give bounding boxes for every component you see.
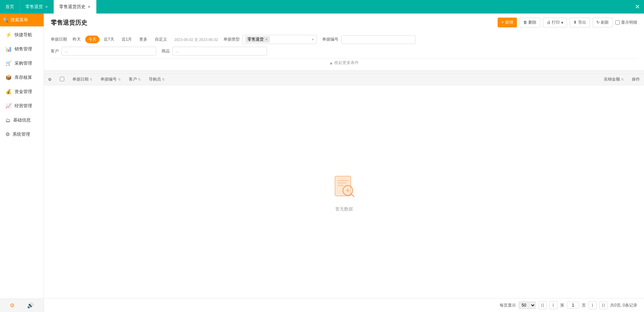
- collapse-bar[interactable]: ▲ 收起更多条件: [51, 58, 637, 67]
- th-guide-sort-icon[interactable]: ⇅: [162, 77, 165, 81]
- th-customer-sort-icon[interactable]: ⇅: [138, 77, 141, 81]
- tab-retail-return-history[interactable]: 零售退货历史 ✕: [54, 0, 96, 14]
- print-dropdown-icon[interactable]: ▾: [561, 20, 563, 25]
- print-button[interactable]: 🖨 打印 ▾: [543, 18, 567, 27]
- next-page-button[interactable]: ⟩: [589, 301, 597, 309]
- sidebar-item-quick-nav[interactable]: ⚡ 快捷导航: [0, 28, 44, 42]
- th-guide: 导购员 ⇅: [145, 74, 169, 85]
- prev-page-button[interactable]: ⟨: [549, 301, 557, 309]
- page-title-row: 零售退货历史 + 新增 🗑 删除 🖨 打印 ▾ ⬆ 导出: [51, 18, 637, 27]
- sidebar-search[interactable]: 🔍 搜索菜单: [0, 14, 44, 26]
- th-date-sort-icon[interactable]: ⇅: [90, 77, 92, 81]
- tab-retail-return-label: 零售退货: [25, 4, 43, 10]
- export-button[interactable]: ⬆ 导出: [570, 18, 590, 27]
- total-label: 共0页, 0条记录: [610, 303, 637, 308]
- sidebar-item-operation-label: 经营管理: [15, 103, 32, 109]
- sidebar-nav: ⚡ 快捷导航 📊 销售管理 🛒 采购管理 📦 库存核算 💰 资金管理 📈: [0, 26, 44, 298]
- new-button-label: + 新增: [501, 20, 513, 25]
- customer-filter-item: 客户 ...: [51, 47, 156, 55]
- date-btn-today[interactable]: 今天: [85, 36, 99, 43]
- sidebar-item-finance-label: 资金管理: [15, 89, 32, 95]
- type-filter-tag-close[interactable]: ✕: [265, 38, 268, 41]
- date-filter-item: 单据日期 昨天 今天 近7天 近1月: [51, 36, 218, 43]
- th-customer: 客户 ⇅: [125, 74, 145, 85]
- sidebar-item-finance[interactable]: 💰 资金管理: [0, 85, 44, 99]
- tab-home-label: 首页: [5, 4, 14, 10]
- th-action: 操作: [628, 74, 644, 85]
- first-page-button[interactable]: ⟨⟨: [539, 301, 547, 309]
- sidebar-item-basic-info[interactable]: 🗂 基础信息: [0, 113, 44, 127]
- sidebar-search-label: 搜索菜单: [10, 17, 28, 23]
- inventory-icon: 📦: [5, 74, 12, 81]
- display-toggle-label: 显示明细: [621, 20, 637, 25]
- svg-rect-3: [337, 185, 343, 186]
- tab-retail-return[interactable]: 零售退货 ✕: [20, 0, 54, 14]
- sidebar-item-system[interactable]: ⚙ 系统管理: [0, 127, 44, 141]
- page-number-input[interactable]: [567, 302, 579, 309]
- tab-retail-return-history-close[interactable]: ✕: [88, 5, 91, 9]
- window-close-button[interactable]: ✕: [630, 0, 644, 14]
- svg-rect-1: [337, 180, 348, 181]
- audio-icon[interactable]: 🔊: [27, 302, 34, 309]
- last-page-button[interactable]: ⟩⟩: [599, 301, 607, 309]
- bill-no-input[interactable]: [341, 35, 415, 44]
- th-bill-no-sort-icon[interactable]: ⇅: [118, 77, 121, 81]
- sidebar-item-system-label: 系统管理: [13, 131, 30, 137]
- sidebar-bottom: ⚙ 🔊: [0, 298, 44, 312]
- content-area: 零售退货历史 + 新增 🗑 删除 🖨 打印 ▾ ⬆ 导出: [44, 14, 644, 312]
- operation-icon: 📈: [5, 103, 12, 109]
- th-action-label: 操作: [632, 77, 640, 82]
- search-icon: 🔍: [3, 17, 8, 23]
- sidebar-item-purchase[interactable]: 🛒 采购管理: [0, 56, 44, 70]
- th-guide-label: 导购员: [149, 77, 161, 82]
- per-page-label: 每页显示: [500, 303, 516, 308]
- display-toggle[interactable]: 显示明细: [615, 20, 637, 25]
- goods-filter-label: 商品: [162, 48, 170, 54]
- refresh-button[interactable]: ↻ 刷新: [593, 18, 613, 27]
- settings-bottom-icon[interactable]: ⚙: [10, 302, 15, 309]
- tab-list: 首页 零售退货 ✕ 零售退货历史 ✕: [0, 0, 630, 14]
- customer-filter-label: 客户: [51, 48, 59, 54]
- th-bill-no: 单据编号 ⇅: [96, 74, 124, 85]
- date-btn-yesterday[interactable]: 昨天: [70, 36, 84, 43]
- filter-row-2: 客户 ... 商品 ...: [51, 47, 637, 55]
- svg-line-6: [351, 194, 354, 196]
- filter-row-1: 单据日期 昨天 今天 近7天 近1月: [51, 35, 637, 44]
- tab-retail-return-close[interactable]: ✕: [45, 5, 48, 9]
- th-amount-sort-icon[interactable]: ⇅: [621, 77, 624, 81]
- select-all-checkbox[interactable]: [60, 77, 64, 81]
- type-filter-label: 单据类型: [223, 37, 240, 42]
- sidebar: 🔍 搜索菜单 ⚡ 快捷导航 📊 销售管理 🛒 采购管理 📦 库存核算 💰: [0, 14, 44, 312]
- customer-filter-dots: ...: [65, 49, 68, 53]
- collapse-label: 收起更多条件: [334, 60, 359, 66]
- display-toggle-checkbox[interactable]: [615, 20, 620, 25]
- system-icon: ⚙: [5, 131, 10, 137]
- collapse-bar-text: ▲ 收起更多条件: [329, 60, 359, 66]
- date-btn-1month[interactable]: 近1月: [119, 36, 135, 43]
- type-filter-select[interactable]: 零售退货 ✕ ▾: [242, 35, 317, 44]
- th-bill-no-label: 单据编号: [100, 77, 117, 82]
- goods-filter-select[interactable]: ...: [172, 47, 267, 55]
- sidebar-item-sales[interactable]: 📊 销售管理: [0, 42, 44, 56]
- date-btn-7days[interactable]: 近7天: [101, 36, 117, 43]
- type-filter-item: 单据类型 零售退货 ✕ ▾: [223, 35, 317, 44]
- bill-no-filter-label: 单据编号: [322, 37, 338, 42]
- sales-icon: 📊: [5, 46, 12, 52]
- date-filter-buttons: 昨天 今天 近7天 近1月 更多: [70, 36, 170, 43]
- date-btn-custom[interactable]: 自定义: [152, 36, 170, 43]
- new-button[interactable]: + 新增: [498, 18, 517, 27]
- tab-home[interactable]: 首页: [0, 0, 20, 14]
- quick-nav-icon: ⚡: [5, 32, 12, 38]
- per-page-select[interactable]: 50 10 20 100: [519, 302, 536, 309]
- finance-icon: 💰: [5, 89, 12, 95]
- page-suffix-label: 页: [582, 303, 586, 308]
- collapse-icon: ▲: [329, 61, 333, 65]
- filter-area: 单据日期 昨天 今天 近7天 近1月: [51, 31, 637, 70]
- sidebar-item-inventory[interactable]: 📦 库存核算: [0, 70, 44, 85]
- customer-filter-select[interactable]: ...: [62, 47, 156, 55]
- sidebar-item-operation[interactable]: 📈 经营管理: [0, 99, 44, 113]
- column-settings-icon[interactable]: ⚙: [48, 77, 52, 82]
- date-btn-more[interactable]: 更多: [136, 36, 150, 43]
- delete-button[interactable]: 🗑 删除: [520, 18, 540, 27]
- sidebar-item-inventory-label: 库存核算: [15, 74, 32, 81]
